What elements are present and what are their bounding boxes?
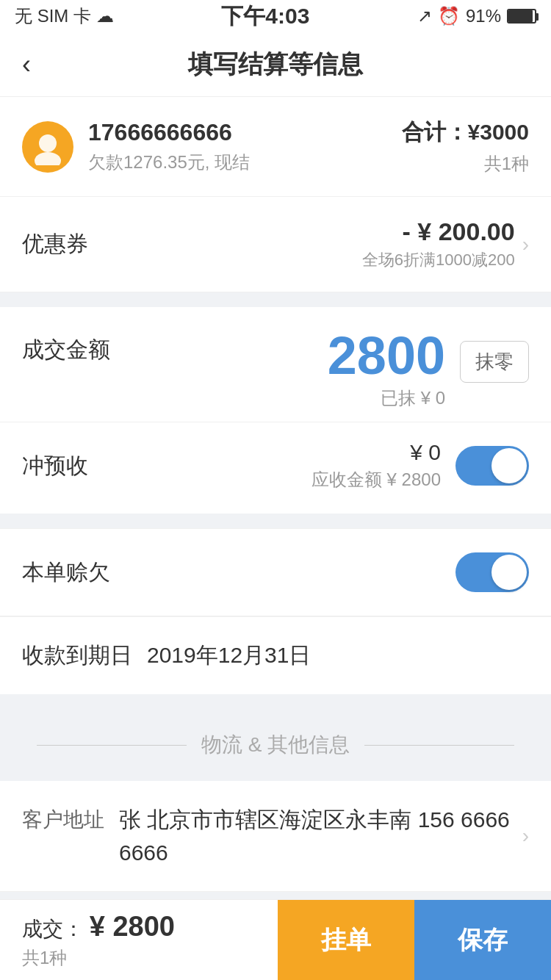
bottom-bar: 成交： ¥ 2800 共1种 挂单 保存 (0, 899, 551, 980)
logistics-header: 物流 & 其他信息 (0, 709, 551, 781)
coupon-right: - ¥ 200.00 全场6折满1000减200 › (362, 217, 529, 271)
svg-point-1 (35, 152, 61, 165)
divider-1 (0, 292, 551, 307)
customer-phone: 17666666666 (88, 119, 402, 146)
address-row[interactable]: 客户地址 张 北京市市辖区海淀区永丰南 156 6666 6666 › (0, 781, 551, 892)
total-count: 共1种 (402, 152, 529, 176)
status-right: ↗ ⏰ 91% (417, 6, 536, 26)
debt-toggle[interactable] (455, 552, 529, 592)
debt-toggle-row: 本单赊欠 (0, 528, 551, 616)
battery-level: 91% (466, 6, 501, 26)
prepay-amount: ¥ 0 (311, 440, 441, 465)
customer-debt: 欠款1276.35元, 现结 (88, 151, 402, 174)
amount-row: 成交金额 2800 已抹 ¥ 0 抹零 (0, 307, 551, 422)
prepay-right: ¥ 0 应收金额 ¥ 2800 (311, 440, 529, 491)
customer-info: 17666666666 欠款1276.35元, 现结 (88, 119, 402, 174)
amount-value-block: 2800 已抹 ¥ 0 (328, 329, 445, 410)
status-time: 下午4:03 (221, 1, 309, 32)
location-icon: ↗ (417, 6, 432, 26)
divider-2 (0, 514, 551, 528)
due-date-label: 收款到期日 (22, 641, 132, 671)
bottom-deal-label: 成交： ¥ 2800 (22, 911, 256, 943)
back-button[interactable]: ‹ (22, 49, 31, 80)
status-bar: 无 SIM 卡 ☁ 下午4:03 ↗ ⏰ 91% (0, 0, 551, 32)
coupon-row[interactable]: 优惠券 - ¥ 200.00 全场6折满1000减200 › (0, 197, 551, 292)
save-button[interactable]: 保存 (414, 900, 551, 980)
pending-button[interactable]: 挂单 (278, 900, 414, 980)
bottom-amount: ¥ 2800 (90, 911, 175, 942)
amount-sub: 已抹 ¥ 0 (328, 386, 445, 410)
coupon-discount: - ¥ 200.00 (362, 217, 515, 246)
debt-toggle-label: 本单赊欠 (22, 558, 110, 588)
logistics-label: 物流 & 其他信息 (201, 731, 350, 759)
address-label: 客户地址 (22, 803, 104, 834)
customer-total: 合计：¥3000 共1种 (402, 118, 529, 176)
amount-value: 2800 (328, 329, 445, 382)
avatar (22, 121, 73, 173)
svg-point-0 (39, 134, 57, 152)
amount-right: 2800 已抹 ¥ 0 抹零 (328, 329, 529, 410)
due-date-value: 2019年12月31日 (147, 641, 311, 671)
due-date-row: 收款到期日 2019年12月31日 (0, 616, 551, 694)
total-amount: 合计：¥3000 (402, 118, 529, 148)
page-title: 填写结算等信息 (188, 48, 363, 82)
coupon-discount-block: - ¥ 200.00 全场6折满1000减200 (362, 217, 515, 271)
address-value: 张 北京市市辖区海淀区永丰南 156 6666 6666 (119, 803, 515, 869)
prepay-amount-block: ¥ 0 应收金额 ¥ 2800 (311, 440, 441, 491)
battery-icon (507, 9, 536, 24)
prepay-row: 冲预收 ¥ 0 应收金额 ¥ 2800 (0, 422, 551, 514)
bottom-summary: 成交： ¥ 2800 共1种 (0, 900, 278, 980)
prepay-toggle[interactable] (455, 446, 529, 486)
address-chevron-icon: › (522, 824, 529, 848)
nav-bar: ‹ 填写结算等信息 (0, 32, 551, 97)
prepay-sub: 应收金额 ¥ 2800 (311, 468, 441, 491)
chevron-right-icon: › (522, 233, 529, 256)
alarm-icon: ⏰ (438, 6, 460, 26)
prepay-label: 冲预收 (22, 451, 88, 481)
divider-3 (0, 694, 551, 709)
coupon-label: 优惠券 (22, 229, 88, 259)
toggle-knob (491, 448, 527, 483)
amount-label: 成交金额 (22, 329, 110, 365)
bottom-count: 共1种 (22, 946, 256, 970)
customer-row: 17666666666 欠款1276.35元, 现结 合计：¥3000 共1种 (0, 97, 551, 197)
status-left: 无 SIM 卡 ☁ (15, 4, 114, 28)
coupon-desc: 全场6折满1000减200 (362, 249, 515, 271)
sim-status: 无 SIM 卡 ☁ (15, 4, 114, 28)
debt-toggle-knob (491, 555, 527, 590)
round-button[interactable]: 抹零 (460, 341, 529, 383)
deal-text: 成交： (22, 918, 84, 940)
